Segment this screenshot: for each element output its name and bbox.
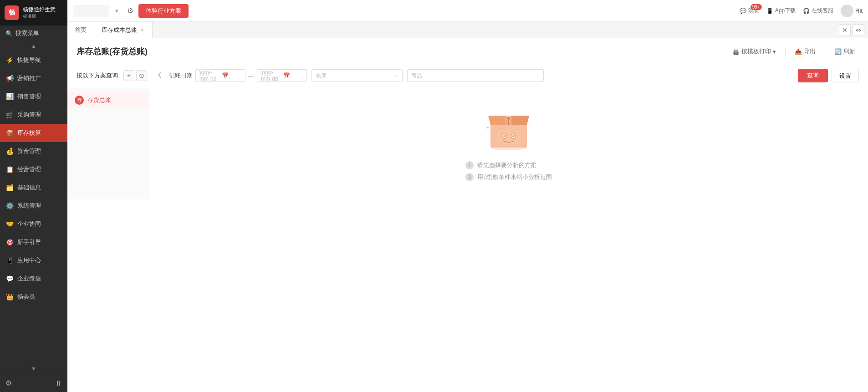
query-btn[interactable]: 查询	[798, 69, 828, 82]
sidebar-item-label: 新手引导	[17, 238, 41, 246]
search-icon: 🔍	[5, 30, 13, 37]
user-info[interactable]: Rit	[841, 5, 863, 17]
tab-close-all-btn[interactable]: ✕	[839, 24, 851, 36]
scheme-icon: 存	[75, 96, 84, 105]
page-header-actions: 🖨️ 按模板打印 ▾ 📤 导出 🔄 刷新	[729, 46, 859, 57]
sidebar-item-system[interactable]: ⚙️ 系统管理	[0, 197, 67, 215]
print-label: 按模板打印	[741, 47, 771, 56]
tab-right-btns: ✕ ⇔	[839, 24, 868, 36]
tab-close-btn[interactable]: ×	[140, 26, 145, 34]
svg-point-11	[507, 117, 510, 120]
logo-icon: 畅	[5, 5, 19, 20]
sidebar-item-sales[interactable]: 📊 销售管理	[0, 87, 67, 106]
refresh-btn[interactable]: 🔄 刷新	[831, 46, 859, 57]
sidebar-item-label: 销售管理	[17, 92, 41, 101]
divider-1	[785, 48, 786, 55]
filter-label: 按以下方案查询	[77, 71, 118, 80]
product-placeholder: 商品	[411, 72, 532, 80]
sidebar-item-marketing[interactable]: 📢 营销推广	[0, 69, 67, 87]
svg-point-9	[512, 135, 514, 137]
hint-item-1: 1 请先选择要分析的方案	[465, 161, 551, 169]
warehouse-select[interactable]: 仓库 ···	[311, 69, 403, 82]
scroll-down-btn[interactable]: ▼	[0, 364, 67, 374]
sidebar-item-app-center[interactable]: 📱 应用中心	[0, 251, 67, 270]
empty-svg: ✦ ✦	[481, 107, 536, 152]
sidebar-item-basic[interactable]: 🗂️ 基础信息	[0, 178, 67, 197]
page-header: 库存总账(存货总账) 🖨️ 按模板打印 ▾ 📤 导出 🔄	[67, 38, 868, 63]
hint-text-1: 请先选择要分析的方案	[477, 161, 536, 169]
settings-btn[interactable]: 设置	[832, 69, 859, 82]
calendar-icon-end: 📅	[283, 72, 303, 79]
date-start-placeholder: yyyy-mm-dd	[199, 69, 219, 82]
tab-home-label: 首页	[75, 26, 87, 34]
svg-rect-5	[497, 130, 520, 144]
tab-active-label: 库存成本总账	[102, 26, 137, 34]
app-download-btn[interactable]: 📱 App下载	[766, 7, 796, 15]
system-icon: ⚙️	[5, 202, 14, 210]
svg-point-8	[503, 135, 505, 137]
tab-menu-btn[interactable]: ⇔	[853, 24, 864, 36]
filter-edit-btn[interactable]: ⊙	[136, 70, 147, 81]
breadcrumb-dropdown-btn[interactable]: ▾	[111, 5, 122, 16]
app-center-icon: 📱	[5, 256, 14, 265]
sidebar-item-label: 应用中心	[17, 256, 41, 265]
print-dropdown-icon: ▾	[773, 48, 776, 55]
search-menu-label: 搜索菜单	[15, 29, 39, 37]
export-btn[interactable]: 📤 导出	[791, 46, 819, 57]
scroll-up-btn[interactable]: ▲	[0, 41, 67, 51]
sidebar-item-purchase[interactable]: 🛒 采购管理	[0, 106, 67, 124]
tab-home[interactable]: 首页	[67, 22, 94, 38]
basic-icon: 🗂️	[5, 183, 14, 192]
quick-nav-icon: ⚡	[5, 56, 14, 64]
sales-icon: 📊	[5, 92, 14, 101]
sidebar-item-guide[interactable]: 🎯 新手引导	[0, 233, 67, 251]
sidebar-item-cooperation[interactable]: 🤝 企业协同	[0, 215, 67, 233]
empty-state: ✦ ✦ 1 请先选择要分析的方案 2 用[过滤]条件来缩小分析范围	[465, 107, 551, 181]
industry-solution-btn[interactable]: 体验行业方案	[138, 4, 189, 18]
print-btn[interactable]: 🖨️ 按模板打印 ▾	[729, 46, 780, 57]
sidebar-item-inventory[interactable]: 📦 库存核算	[0, 124, 67, 142]
calendar-icon-start: 📅	[222, 72, 241, 79]
tabs-bar: 首页 库存成本总账 × ✕ ⇔	[67, 22, 868, 38]
tab-inventory-ledger[interactable]: 库存成本总账 ×	[94, 22, 153, 38]
search-menu-item[interactable]: 🔍 搜索菜单	[0, 25, 67, 41]
sidebar-item-label: 畅会员	[17, 293, 35, 301]
topbar-settings-btn[interactable]: ⚙	[124, 5, 137, 17]
filter-add-btn[interactable]: ＋	[123, 70, 134, 81]
message-btn[interactable]: 💬 消息 99+	[740, 7, 759, 15]
action-btns: 查询 设置	[798, 69, 859, 82]
date-end-input[interactable]: yyyy-mm-dd 📅	[257, 69, 307, 82]
sidebar-item-operation[interactable]: 📋 经营管理	[0, 160, 67, 178]
filter-add-btns: ＋ ⊙	[123, 70, 147, 81]
wechat-icon: 💬	[5, 275, 14, 283]
filter-collapse-btn[interactable]: 《	[153, 70, 163, 81]
sidebar-item-label: 营销推广	[17, 74, 41, 82]
sidebar-item-wechat[interactable]: 💬 企业微信	[0, 270, 67, 288]
settings-icon[interactable]: ⚙	[5, 379, 12, 387]
date-start-input[interactable]: yyyy-mm-dd 📅	[195, 69, 245, 82]
scheme-panel: 存 存货总账	[67, 88, 868, 199]
product-select[interactable]: 商品 ···	[407, 69, 544, 82]
main-area: ▾ ⚙ 体验行业方案 💬 消息 99+ 📱 App下载 🎧 在线客服 Rit	[67, 0, 868, 392]
scheme-item-label: 存货总账	[87, 96, 111, 104]
page-content: 库存总账(存货总账) 🖨️ 按模板打印 ▾ 📤 导出 🔄	[67, 38, 868, 392]
member-icon: 👑	[5, 293, 14, 301]
collapse-icon[interactable]: ⏸	[55, 379, 62, 387]
topbar-nav: ▾ ⚙ 体验行业方案	[73, 4, 736, 18]
topbar: ▾ ⚙ 体验行业方案 💬 消息 99+ 📱 App下载 🎧 在线客服 Rit	[67, 0, 868, 22]
breadcrumb	[73, 5, 109, 17]
online-support-btn[interactable]: 🎧 在线客服	[803, 7, 833, 15]
empty-illustration: ✦ ✦	[481, 107, 536, 152]
product-filter-group: 商品 ···	[407, 69, 544, 82]
app-badge: 标准版	[23, 13, 56, 20]
sidebar-item-member[interactable]: 👑 畅会员	[0, 288, 67, 306]
logo-text: 畅捷通好生意 标准版	[23, 6, 56, 20]
page-inner: 库存总账(存货总账) 🖨️ 按模板打印 ▾ 📤 导出 🔄	[67, 38, 868, 392]
date-filter-group: 记账日期 yyyy-mm-dd 📅 — yyyy-mm-dd 📅	[169, 69, 307, 82]
scheme-sidebar: 存 存货总账	[67, 88, 149, 199]
scheme-item-inventory-ledger[interactable]: 存 存货总账	[67, 92, 149, 108]
sidebar-item-finance[interactable]: 💰 资金管理	[0, 142, 67, 160]
hint-num-2: 2	[465, 173, 474, 181]
sidebar-item-quick-nav[interactable]: ⚡ 快捷导航	[0, 51, 67, 69]
divider-2	[825, 48, 825, 55]
